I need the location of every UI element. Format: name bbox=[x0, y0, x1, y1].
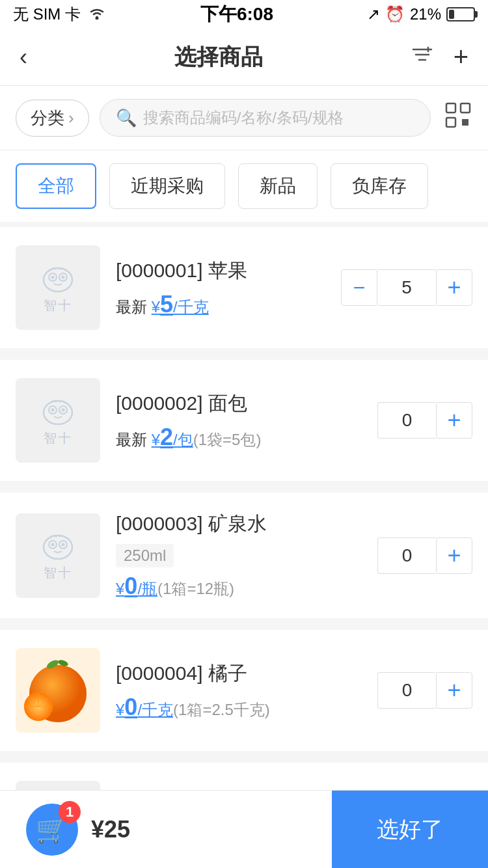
tab-negative-label: 负库存 bbox=[352, 176, 407, 196]
qty-control-0000004: + bbox=[377, 672, 472, 709]
product-price-0000002: 最新 ¥2/包(1袋=5包) bbox=[116, 424, 362, 451]
svg-point-18 bbox=[62, 408, 65, 411]
tab-recent-label: 近期采购 bbox=[131, 176, 204, 196]
nav-bar: ‹ 选择商品 + bbox=[0, 29, 488, 86]
qty-input-0000003[interactable] bbox=[377, 537, 436, 574]
cart-icon-button[interactable]: 🛒 1 bbox=[26, 804, 78, 856]
svg-point-12 bbox=[51, 275, 55, 278]
filter-icon[interactable] bbox=[411, 43, 434, 72]
qty-control-0000003: + bbox=[377, 537, 472, 574]
svg-point-13 bbox=[62, 275, 65, 278]
qty-input-0000001[interactable] bbox=[377, 269, 436, 306]
wifi-icon bbox=[87, 5, 107, 23]
category-button[interactable]: 分类 › bbox=[16, 100, 89, 137]
qty-plus-0000003[interactable]: + bbox=[436, 537, 472, 574]
product-item-0000001: 智十 [0000001] 苹果 最新 ¥5/千克 − + bbox=[0, 227, 488, 348]
svg-rect-5 bbox=[446, 103, 455, 113]
tab-all[interactable]: 全部 bbox=[16, 163, 96, 209]
tab-negative[interactable]: 负库存 bbox=[331, 163, 428, 209]
owl-logo-0000002: 智十 bbox=[38, 394, 77, 447]
bottom-bar: 🛒 1 ¥25 选好了 bbox=[0, 790, 488, 868]
qty-control-0000001: − + bbox=[341, 269, 472, 306]
qty-plus-0000002[interactable]: + bbox=[436, 402, 472, 439]
battery-icon bbox=[446, 7, 475, 21]
product-item-0000003: 智十 [0000003] 矿泉水 250ml ¥0/瓶(1箱=12瓶) + bbox=[0, 493, 488, 618]
nav-right-buttons: + bbox=[411, 42, 468, 72]
page-title: 选择商品 bbox=[174, 42, 263, 72]
product-info-0000003: [0000003] 矿泉水 250ml ¥0/瓶(1箱=12瓶) bbox=[116, 511, 362, 600]
status-left: 无 SIM 卡 bbox=[13, 4, 107, 25]
svg-point-22 bbox=[51, 543, 55, 547]
battery-percent: 21% bbox=[410, 5, 441, 23]
svg-point-9 bbox=[44, 268, 72, 292]
orange-image bbox=[19, 651, 97, 729]
qty-minus-0000001[interactable]: − bbox=[341, 269, 377, 306]
status-right: ↗ ⏰ 21% bbox=[367, 5, 475, 23]
svg-point-14 bbox=[44, 401, 72, 424]
separator-2 bbox=[0, 482, 488, 493]
separator-4 bbox=[0, 752, 488, 763]
svg-point-0 bbox=[96, 17, 99, 20]
product-item-0000004: [0000004] 橘子 ¥0/千克(1箱=2.5千克) + bbox=[0, 630, 488, 751]
search-box[interactable]: 🔍 搜索商品编码/名称/条码/规格 bbox=[100, 99, 431, 137]
product-item-0000002: 智十 [0000002] 面包 最新 ¥2/包(1袋=5包) + bbox=[0, 360, 488, 481]
product-thumb-0000001: 智十 bbox=[16, 245, 100, 330]
product-price-0000001: 最新 ¥5/千克 bbox=[116, 291, 325, 318]
carrier-label: 无 SIM 卡 bbox=[13, 4, 81, 25]
tabs-row: 全部 近期采购 新品 负库存 bbox=[0, 150, 488, 227]
product-price-0000004: ¥0/千克(1箱=2.5千克) bbox=[116, 694, 362, 721]
product-name-0000004: [0000004] 橘子 bbox=[116, 660, 362, 687]
product-name-0000001: [0000001] 苹果 bbox=[116, 258, 325, 284]
owl-brand-text: 智十 bbox=[44, 297, 72, 314]
product-info-0000001: [0000001] 苹果 最新 ¥5/千克 bbox=[116, 258, 325, 318]
category-label: 分类 bbox=[31, 107, 64, 129]
filter-row: 分类 › 🔍 搜索商品编码/名称/条码/规格 bbox=[0, 86, 488, 150]
time-label: 下午6:08 bbox=[200, 2, 273, 27]
category-chevron: › bbox=[68, 108, 74, 128]
cart-badge: 1 bbox=[59, 801, 81, 823]
scan-icon[interactable] bbox=[444, 101, 472, 135]
product-list: 智十 [0000001] 苹果 最新 ¥5/千克 − + bbox=[0, 227, 488, 868]
tab-new[interactable]: 新品 bbox=[238, 163, 318, 209]
owl-logo-0000003: 智十 bbox=[38, 529, 77, 582]
owl-logo-0000001: 智十 bbox=[38, 262, 77, 314]
svg-point-23 bbox=[62, 543, 65, 547]
search-placeholder: 搜索商品编码/名称/条码/规格 bbox=[143, 107, 344, 128]
add-button[interactable]: + bbox=[454, 42, 468, 72]
product-thumb-0000004 bbox=[16, 648, 100, 733]
product-price-0000003: ¥0/瓶(1箱=12瓶) bbox=[116, 573, 362, 600]
svg-rect-6 bbox=[461, 103, 470, 113]
alarm-icon: ⏰ bbox=[385, 5, 405, 23]
svg-rect-8 bbox=[462, 119, 468, 126]
qty-plus-0000001[interactable]: + bbox=[436, 269, 472, 306]
cart-total: ¥25 bbox=[91, 816, 130, 843]
product-thumb-0000002: 智十 bbox=[16, 378, 100, 463]
svg-point-17 bbox=[51, 408, 55, 411]
tab-recent[interactable]: 近期采购 bbox=[109, 163, 225, 209]
separator-1 bbox=[0, 349, 488, 360]
product-info-0000002: [0000002] 面包 最新 ¥2/包(1袋=5包) bbox=[116, 390, 362, 451]
product-name-0000003: [0000003] 矿泉水 bbox=[116, 511, 362, 537]
svg-rect-7 bbox=[446, 118, 455, 127]
status-bar: 无 SIM 卡 下午6:08 ↗ ⏰ 21% bbox=[0, 0, 488, 29]
qty-input-0000002[interactable] bbox=[377, 402, 436, 439]
confirm-button[interactable]: 选好了 bbox=[332, 791, 488, 869]
location-icon: ↗ bbox=[367, 5, 380, 23]
tab-new-label: 新品 bbox=[260, 176, 296, 196]
qty-plus-0000004[interactable]: + bbox=[436, 672, 472, 709]
qty-input-0000004[interactable] bbox=[377, 672, 436, 709]
tab-all-label: 全部 bbox=[38, 176, 74, 196]
product-name-0000002: [0000002] 面包 bbox=[116, 390, 362, 417]
product-thumb-0000003: 智十 bbox=[16, 513, 100, 598]
qty-control-0000002: + bbox=[377, 402, 472, 439]
back-button[interactable]: ‹ bbox=[20, 44, 27, 71]
svg-point-19 bbox=[44, 536, 72, 559]
cart-section: 🛒 1 ¥25 bbox=[0, 804, 332, 856]
product-spec-0000003: 250ml bbox=[116, 544, 174, 567]
search-icon: 🔍 bbox=[116, 108, 137, 128]
separator-3 bbox=[0, 619, 488, 630]
product-info-0000004: [0000004] 橘子 ¥0/千克(1箱=2.5千克) bbox=[116, 660, 362, 721]
